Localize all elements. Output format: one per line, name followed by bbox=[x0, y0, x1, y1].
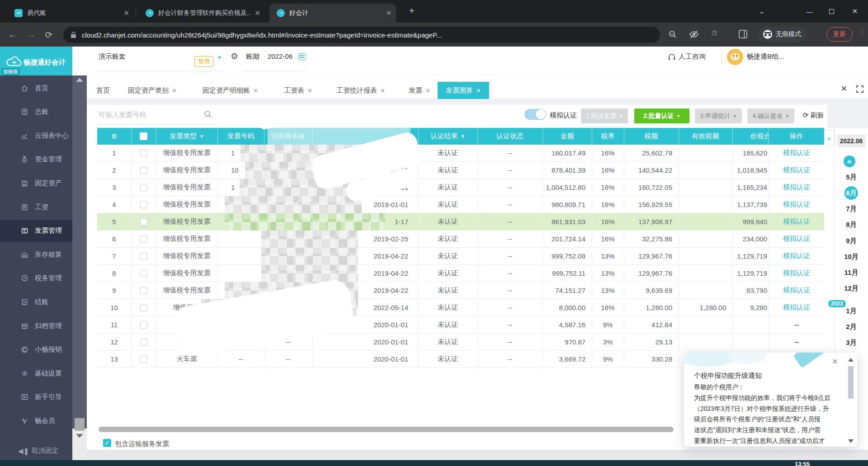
account-dropdown-caret[interactable]: ▼ bbox=[217, 55, 222, 60]
sidebar-item-10[interactable]: 结账 bbox=[0, 291, 72, 313]
row-checkbox[interactable] bbox=[140, 201, 147, 208]
zoom-icon[interactable] bbox=[668, 30, 677, 39]
simulate-toggle[interactable] bbox=[524, 109, 546, 120]
invoice-search-input[interactable]: 可输入发票号码 bbox=[99, 111, 146, 119]
sidebar-item-8[interactable]: 库存核算 bbox=[0, 244, 72, 265]
row-checkbox[interactable] bbox=[140, 339, 147, 346]
window-restore-button[interactable] bbox=[821, 0, 842, 23]
tab-工资表[interactable]: 工资表✕ bbox=[284, 82, 312, 99]
sidebar-item-1[interactable]: 首页 bbox=[0, 77, 72, 99]
support-link[interactable]: 人工咨询 bbox=[668, 52, 706, 61]
forward-icon[interactable]: → bbox=[22, 29, 40, 40]
simulate-auth-link[interactable]: 模拟认证 bbox=[783, 252, 810, 260]
simulate-auth-link[interactable]: 模拟认证 bbox=[783, 149, 810, 157]
sidebar-item-14[interactable]: 新手引导 bbox=[0, 386, 72, 408]
reload-icon[interactable]: ⟳ bbox=[40, 29, 58, 40]
simulate-auth-link[interactable]: 模拟认证 bbox=[783, 269, 810, 278]
popup-scrollbar-thumb[interactable] bbox=[848, 366, 854, 399]
unpin-button[interactable]: ◀❚取消固定 bbox=[18, 447, 59, 455]
current-period[interactable]: 2022.06 bbox=[837, 135, 865, 147]
month-item-3月[interactable]: 3月 bbox=[835, 336, 868, 349]
month-item-10月[interactable]: 10月 bbox=[835, 250, 868, 264]
user-name[interactable]: 畅捷通B组... bbox=[747, 52, 784, 61]
row-checkbox[interactable] bbox=[140, 150, 147, 157]
month-item-9月[interactable]: 9月 bbox=[835, 234, 868, 248]
sidebar-item-7[interactable]: 发票管理 bbox=[0, 220, 72, 242]
refresh-button[interactable]: ⟳ 刷新 bbox=[803, 111, 824, 120]
scrollbar-thumb[interactable] bbox=[75, 418, 85, 431]
simulate-auth-link[interactable]: 模拟认证 bbox=[783, 303, 810, 312]
simulate-auth-link[interactable]: 模拟认证 bbox=[783, 200, 810, 209]
chrome-menu-chevron[interactable]: ⌄ bbox=[751, 0, 772, 23]
window-close-button[interactable]: ✕ bbox=[844, 0, 865, 23]
table-settings-gear-icon[interactable]: ⚙ bbox=[97, 128, 131, 145]
browser-tab[interactable]: ◔好会计✕ bbox=[269, 4, 396, 23]
side-panel-icon[interactable] bbox=[739, 30, 747, 38]
browser-tab[interactable]: ◔好会计财务管理软件购买价格及...✕ bbox=[138, 4, 265, 23]
close-all-tabs-icon[interactable]: ✕ bbox=[841, 84, 847, 94]
column-header[interactable]: 发票类型▼ bbox=[156, 128, 217, 145]
account-set-label[interactable]: 演示账套 bbox=[99, 52, 126, 61]
popup-close-icon[interactable]: ✕ bbox=[832, 357, 838, 367]
expand-panel-button[interactable]: » bbox=[824, 130, 835, 146]
eye-blocked-icon[interactable] bbox=[689, 30, 699, 39]
month-item-6月[interactable]: 6月 bbox=[835, 186, 868, 200]
tab-close-icon[interactable]: ✕ bbox=[476, 87, 481, 94]
popup-scroll-up-icon[interactable] bbox=[848, 358, 854, 362]
tab-发票[interactable]: 发票✕ bbox=[409, 82, 430, 99]
sidebar-scrollbar[interactable] bbox=[72, 75, 87, 460]
sidebar-item-9[interactable]: 税务管理 bbox=[0, 268, 72, 289]
month-item-8月[interactable]: 8月 bbox=[835, 218, 868, 231]
tab-close-icon[interactable]: ✕ bbox=[253, 87, 258, 94]
simulate-auth-link[interactable]: 模拟认证 bbox=[783, 235, 810, 243]
search-icon[interactable] bbox=[203, 110, 212, 119]
row-checkbox[interactable] bbox=[140, 270, 147, 277]
tab-工资统计报表[interactable]: 工资统计报表✕ bbox=[336, 82, 385, 99]
tab-close-icon[interactable]: ✕ bbox=[172, 87, 177, 94]
scroll-down-icon[interactable] bbox=[76, 434, 83, 438]
row-checkbox[interactable] bbox=[140, 287, 147, 294]
sidebar-item-4[interactable]: 资金管理 bbox=[0, 149, 72, 170]
bookmark-star-icon[interactable]: ☆ bbox=[711, 28, 718, 38]
toolbar-button-3[interactable]: 3.申请统计▼ bbox=[695, 108, 742, 123]
simulate-auth-link[interactable]: 模拟认证 bbox=[783, 166, 810, 174]
include-transport-checkbox[interactable]: ✓ bbox=[103, 439, 111, 447]
back-icon[interactable]: ← bbox=[4, 29, 22, 40]
toolbar-button-4[interactable]: 4.确认签名▼ bbox=[747, 108, 794, 123]
new-tab-button[interactable]: + bbox=[409, 6, 415, 15]
browser-menu-dots-icon[interactable]: ⋮ bbox=[859, 29, 862, 33]
row-checkbox[interactable] bbox=[140, 184, 147, 191]
update-button[interactable]: 更新 bbox=[826, 27, 853, 42]
tab-close-icon[interactable]: ✕ bbox=[255, 9, 260, 17]
toolbar-button-1[interactable]: 1.同步发票▼ bbox=[581, 108, 628, 123]
month-item-11月[interactable]: 11月 bbox=[835, 266, 868, 279]
tab-固定资产明细账[interactable]: 固定资产明细账✕ bbox=[203, 82, 258, 99]
calendar-icon[interactable] bbox=[298, 53, 306, 60]
simulate-auth-link[interactable]: 模拟认证 bbox=[783, 217, 810, 226]
select-all-checkbox[interactable] bbox=[131, 128, 156, 145]
tab-首页[interactable]: 首页 bbox=[96, 82, 110, 99]
tab-固定资产类别[interactable]: 固定资产类别✕ bbox=[128, 82, 177, 99]
month-item-7月[interactable]: 7月 bbox=[835, 202, 868, 216]
month-item-12月[interactable]: 12月 bbox=[835, 282, 868, 295]
url-field[interactable]: cloud2.chanjet.com/accounting/uh26t264j5… bbox=[63, 27, 660, 43]
browser-tab[interactable]: ✑易代账✕ bbox=[7, 4, 134, 23]
settings-gear-icon[interactable]: ⚙ bbox=[231, 51, 238, 61]
toolbar-button-2[interactable]: 2.批量认证▼ bbox=[634, 108, 689, 123]
tab-close-icon[interactable]: ✕ bbox=[386, 9, 392, 17]
tab-close-icon[interactable]: ✕ bbox=[425, 87, 430, 94]
month-item-5月[interactable]: 5月 bbox=[835, 170, 868, 184]
tab-close-icon[interactable]: ✕ bbox=[123, 9, 129, 17]
tab-发票测算[interactable]: 发票测算✕ bbox=[438, 82, 489, 99]
sidebar-item-11[interactable]: 归档管理 bbox=[0, 315, 72, 337]
row-checkbox[interactable] bbox=[140, 304, 147, 311]
sidebar-item-15[interactable]: 畅会员 bbox=[0, 410, 72, 432]
row-checkbox[interactable] bbox=[140, 253, 147, 260]
window-minimize-button[interactable]: — bbox=[799, 0, 820, 23]
sidebar-item-13[interactable]: 基础设置 bbox=[0, 362, 72, 384]
column-header[interactable]: 认证结果▼ bbox=[418, 128, 477, 145]
scroll-up-icon[interactable] bbox=[76, 78, 83, 82]
row-checkbox[interactable] bbox=[140, 218, 147, 226]
sidebar-item-12[interactable]: 小畅报销 bbox=[0, 339, 72, 361]
period-scroll-up-icon[interactable] bbox=[844, 155, 855, 167]
